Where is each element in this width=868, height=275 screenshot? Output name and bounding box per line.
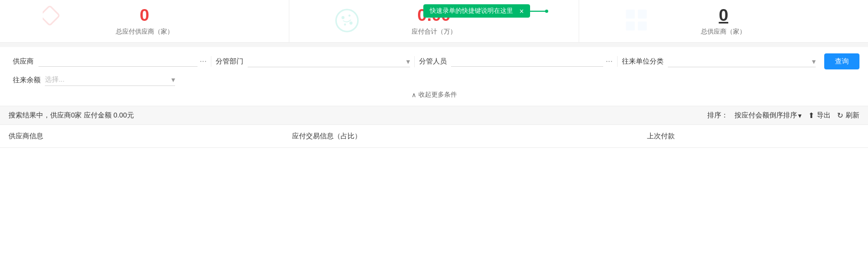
results-right: 排序： 按应付会额倒序排序 ▾ ⬆ 导出 ↻ 刷新 bbox=[707, 111, 859, 120]
svg-point-1 bbox=[336, 9, 358, 31]
supplier-dots[interactable]: ··· bbox=[200, 57, 207, 66]
diamond-icon bbox=[43, 5, 73, 37]
svg-rect-0 bbox=[43, 5, 60, 25]
department-select[interactable]: ▾ bbox=[248, 56, 409, 67]
tooltip-close-icon[interactable]: × bbox=[519, 7, 524, 15]
payable-suppliers-label: 总应付供应商（家） bbox=[116, 27, 173, 36]
payable-amount-label: 应付合计（万） bbox=[412, 27, 456, 36]
svg-point-5 bbox=[344, 23, 346, 26]
sort-select[interactable]: 按应付会额倒序排序 ▾ bbox=[735, 111, 802, 120]
person-dots[interactable]: ··· bbox=[605, 57, 612, 66]
collapse-label: 收起更多条件 bbox=[419, 90, 457, 99]
balance-chevron-icon: ▾ bbox=[171, 75, 175, 84]
sort-value: 按应付会额倒序排序 bbox=[735, 111, 797, 120]
department-label: 分管部门 bbox=[216, 57, 243, 66]
table-header: 供应商信息 应付交易信息（占比） 上次付款 bbox=[0, 125, 868, 148]
export-button[interactable]: ⬆ 导出 bbox=[808, 111, 831, 120]
payable-suppliers-number: 0 bbox=[140, 6, 149, 25]
filter-area: 供应商 ··· 分管部门 ▾ 分管人员 ··· 往来单位分类 ▾ 查询 bbox=[0, 47, 868, 106]
stat-total-suppliers: 0 总供应商（家） bbox=[579, 0, 868, 42]
query-button[interactable]: 查询 bbox=[824, 53, 859, 69]
unit-category-label: 往来单位分类 bbox=[622, 57, 664, 66]
filter-row-2: 往来余额 选择... ▾ bbox=[9, 74, 859, 86]
balance-placeholder: 选择... bbox=[45, 75, 65, 84]
balance-label: 往来余额 bbox=[13, 75, 41, 85]
person-input[interactable] bbox=[451, 56, 604, 67]
stat-payable-suppliers: 0 总应付供应商（家） bbox=[0, 0, 289, 42]
total-suppliers-label: 总供应商（家） bbox=[701, 27, 746, 36]
svg-rect-9 bbox=[638, 21, 647, 30]
collapse-row: ∧ 收起更多条件 bbox=[9, 90, 859, 99]
col-transaction-header: 应付交易信息（占比） bbox=[292, 131, 646, 141]
stat-payable-amount: 快速录单的快捷键说明在这里 × 0.00 应付合计（万） bbox=[289, 0, 579, 42]
filter-row-1: 供应商 ··· 分管部门 ▾ 分管人员 ··· 往来单位分类 ▾ 查询 bbox=[9, 53, 859, 69]
svg-rect-6 bbox=[626, 9, 635, 18]
unit-category-select[interactable]: ▾ bbox=[668, 56, 816, 67]
svg-point-3 bbox=[349, 14, 351, 17]
svg-point-4 bbox=[350, 21, 353, 25]
export-icon: ⬆ bbox=[808, 111, 815, 120]
sort-label: 排序： bbox=[707, 111, 728, 120]
collapse-button[interactable]: ∧ 收起更多条件 bbox=[412, 90, 457, 99]
total-suppliers-number: 0 bbox=[719, 6, 728, 25]
supplier-filter: 供应商 ··· bbox=[9, 56, 211, 67]
svg-point-2 bbox=[342, 16, 345, 19]
table-body bbox=[0, 148, 868, 275]
tooltip-text: 快速录单的快捷键说明在这里 bbox=[430, 6, 513, 15]
supplier-input[interactable] bbox=[38, 56, 198, 67]
col-supplier-header: 供应商信息 bbox=[9, 131, 292, 141]
refresh-label: 刷新 bbox=[846, 111, 859, 120]
collapse-chevron-icon: ∧ bbox=[412, 91, 416, 99]
tooltip-dot bbox=[544, 9, 549, 14]
shortcut-tooltip: 快速录单的快捷键说明在这里 × bbox=[423, 4, 530, 18]
person-filter: 分管人员 ··· bbox=[415, 56, 618, 67]
export-label: 导出 bbox=[817, 111, 831, 120]
person-label: 分管人员 bbox=[419, 57, 447, 66]
top-stats-bar: 0 总应付供应商（家） 快速录单的快捷键说明在这里 × 0.00 应付合计（万） bbox=[0, 0, 868, 43]
col-payment-header: 上次付款 bbox=[647, 131, 860, 141]
refresh-icon: ↻ bbox=[837, 111, 843, 120]
cookie-icon bbox=[332, 5, 362, 37]
sort-chevron-icon: ▾ bbox=[798, 112, 802, 120]
svg-rect-8 bbox=[626, 21, 635, 30]
unit-category-chevron-icon: ▾ bbox=[812, 57, 816, 66]
refresh-button[interactable]: ↻ 刷新 bbox=[837, 111, 859, 120]
department-filter: 分管部门 ▾ bbox=[211, 56, 414, 67]
balance-select[interactable]: 选择... ▾ bbox=[45, 74, 175, 86]
supplier-label: 供应商 bbox=[13, 57, 34, 66]
department-chevron-icon: ▾ bbox=[406, 57, 410, 66]
results-summary: 搜索结果中，供应商0家 应付金额 0.00元 bbox=[9, 111, 134, 120]
results-bar: 搜索结果中，供应商0家 应付金额 0.00元 排序： 按应付会额倒序排序 ▾ ⬆… bbox=[0, 106, 868, 125]
balance-filter: 往来余额 选择... ▾ bbox=[9, 74, 179, 86]
unit-category-filter: 往来单位分类 ▾ bbox=[618, 56, 820, 67]
svg-rect-7 bbox=[638, 9, 647, 18]
grid-icon bbox=[622, 5, 652, 37]
